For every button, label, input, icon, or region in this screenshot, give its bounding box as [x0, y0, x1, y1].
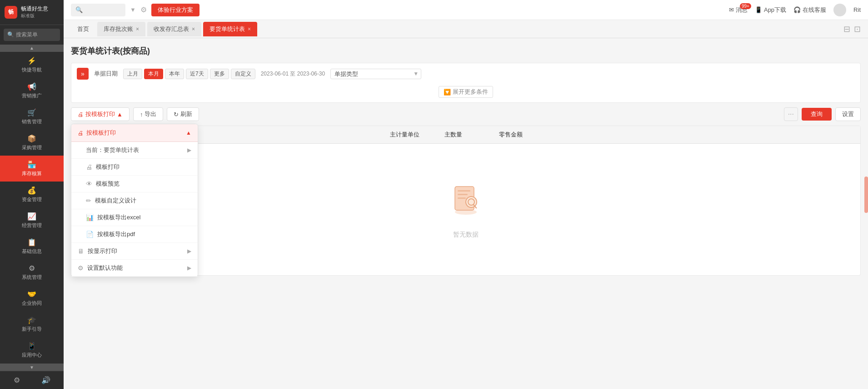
online-service-button[interactable]: 🎧 在线客服 — [793, 6, 826, 14]
settings-button[interactable]: 设置 — [835, 107, 861, 121]
tabbar: 首页 库存批次账 × 收发存汇总表 × 要货单统计表 × ⊟ ⊡ — [64, 20, 868, 38]
tab-order-stats[interactable]: 要货单统计表 × — [203, 22, 257, 36]
table-col-retail-amount: 零售金额 — [495, 126, 564, 143]
sub-label: 按显示打印 — [88, 247, 117, 255]
tab-inventory-batch[interactable]: 库存批次账 × — [97, 22, 145, 36]
dropdown-item-export-excel[interactable]: 📊 按模板导出excel — [71, 209, 198, 226]
dropdown-item-export-pdf[interactable]: 📄 按模板导出pdf — [71, 226, 198, 243]
item-label: 模板预览 — [96, 180, 120, 188]
topbar-search-icon: 🔍 — [75, 6, 83, 13]
query-button[interactable]: 查询 — [802, 108, 832, 121]
sidebar-scroll-down[interactable]: ▼ — [0, 364, 64, 371]
search-menu[interactable]: 🔍 搜索菜单 — [4, 29, 60, 41]
tab-home-label: 首页 — [77, 25, 89, 33]
dropdown-current-template[interactable]: 当前：要货单统计表 ▶ — [71, 142, 198, 159]
date-this-month[interactable]: 本月 — [144, 69, 163, 79]
dropdown-item-default-settings[interactable]: ⚙ 设置默认功能 ▶ — [71, 260, 198, 277]
expand-more-button[interactable]: 🔽 展开更多条件 — [439, 86, 493, 98]
sidebar-item-marketing[interactable]: 📢 营销推广 — [0, 78, 64, 104]
topbar-right: ✉ 消息 99+ 📱 App下载 🎧 在线客服 Rit — [729, 4, 861, 16]
topbar-dropdown-arrow[interactable]: ▼ — [130, 6, 136, 13]
date-this-year[interactable]: 本年 — [165, 69, 184, 79]
nav-label: 采购管理 — [22, 144, 42, 151]
date-buttons: 上月 本月 本年 近7天 更多 自定义 — [123, 69, 255, 79]
sidebar-item-finance[interactable]: 💰 资金管理 — [0, 182, 64, 207]
gear-small-icon: ⚙ — [78, 264, 84, 272]
sidebar-item-operations[interactable]: 📈 经营管理 — [0, 207, 64, 233]
tab-label: 库存批次账 — [104, 25, 133, 33]
date-more[interactable]: 更多 — [210, 69, 229, 79]
sidebar-item-system[interactable]: ⚙ 系统管理 — [0, 259, 64, 285]
dropdown-collapse-icon[interactable]: ▲ — [186, 130, 191, 136]
print-icon: 🖨 — [78, 111, 84, 118]
tab-close-icon[interactable]: × — [192, 26, 195, 32]
dropdown-item-custom-design[interactable]: ✏ 模板自定义设计 — [71, 192, 198, 209]
dropdown-item-display-print[interactable]: 🖥 按显示打印 ▶ — [71, 243, 198, 260]
experience-button[interactable]: 体验行业方案 — [151, 4, 200, 16]
sidebar-item-cooperation[interactable]: 🤝 企业协同 — [0, 285, 64, 311]
filter-expand-button[interactable]: » — [77, 68, 89, 80]
settings-icon[interactable]: ⚙ — [14, 376, 20, 384]
sidebar-item-shortcuts[interactable]: ⚡ 快捷导航 — [0, 52, 64, 78]
date-last-month[interactable]: 上月 — [123, 69, 142, 79]
svg-rect-3 — [458, 194, 468, 195]
speaker-icon[interactable]: 🔊 — [41, 376, 50, 384]
message-button[interactable]: ✉ 消息 99+ — [729, 6, 748, 14]
tab-receipt-summary[interactable]: 收发存汇总表 × — [147, 22, 201, 36]
dropdown-item-template-preview[interactable]: 👁 模板预览 — [71, 176, 198, 192]
nav-icon: 📦 — [27, 134, 36, 143]
sidebar-item-sales[interactable]: 🛒 销售管理 — [0, 104, 64, 130]
nav-icon: 📢 — [27, 82, 36, 91]
refresh-label: 刷新 — [180, 110, 192, 118]
tabbar-controls: ⊟ ⊡ — [843, 24, 861, 34]
nav-icon: 💰 — [27, 186, 36, 195]
date-7days[interactable]: 近7天 — [186, 69, 208, 79]
user-avatar[interactable] — [833, 4, 846, 16]
sidebar-item-basic-info[interactable]: 📋 基础信息 — [0, 233, 64, 259]
tab-maximize-button[interactable]: ⊡ — [854, 24, 861, 34]
current-template-arrow: ▶ — [187, 147, 191, 153]
app-icon: 📱 — [755, 6, 762, 13]
export-button[interactable]: ↑ 导出 — [133, 107, 164, 121]
sidebar-item-purchase[interactable]: 📦 采购管理 — [0, 130, 64, 156]
nav-label: 经营管理 — [22, 222, 42, 229]
app-label: App下载 — [764, 6, 786, 14]
nav-icon: ⚡ — [27, 56, 36, 65]
app-logo: 畅 畅通好生意 标准版 — [0, 0, 64, 25]
sidebar-item-app-center[interactable]: 📱 应用中心 — [0, 337, 64, 363]
refresh-button[interactable]: ↻ 刷新 — [167, 107, 199, 121]
nav-icon: 🏪 — [27, 160, 36, 169]
sidebar-item-newbie[interactable]: 🎓 新手引导 — [0, 311, 64, 337]
table-col-unit: 主计量单位 — [386, 126, 441, 143]
tab-minimize-button[interactable]: ⊟ — [843, 24, 850, 34]
page-title: 要货单统计表(按商品) — [71, 45, 861, 56]
date-custom[interactable]: 自定义 — [231, 69, 255, 79]
topbar-search[interactable]: 🔍 — [71, 4, 125, 16]
sidebar-scroll-up[interactable]: ▲ — [0, 45, 64, 52]
topbar-gear-icon[interactable]: ⚙ — [140, 5, 147, 14]
sidebar-item-inventory[interactable]: 🏪 库存核算 — [0, 156, 64, 182]
table-col-quantity: 主数量 — [441, 126, 495, 143]
action-bar: 🖨 按模板打印 ▲ 🖨 按模板打印 ▲ 当前：要货单统计表 — [71, 107, 861, 121]
filter-bar: » 单据日期 上月 本月 本年 近7天 更多 自定义 2023-06-01 至 … — [71, 63, 861, 103]
empty-text: 暂无数据 — [453, 231, 479, 239]
more-options-button[interactable]: ··· — [784, 107, 798, 121]
bill-type-select[interactable]: 单据类型 — [330, 69, 421, 79]
tab-home[interactable]: 首页 — [71, 22, 95, 36]
date-label: 单据日期 — [94, 70, 118, 78]
dropdown-item-template-print[interactable]: 🖨 模板打印 — [71, 159, 198, 176]
print-label: 按模板打印 — [85, 110, 115, 118]
nav-label: 营销推广 — [22, 92, 42, 99]
tab-close-icon[interactable]: × — [136, 26, 139, 32]
preview-icon: 👁 — [86, 180, 92, 187]
nav-label: 企业协同 — [22, 300, 42, 307]
right-scrollbar[interactable] — [864, 177, 868, 213]
app-download-button[interactable]: 📱 App下载 — [755, 6, 786, 14]
nav-icon: 📱 — [27, 342, 36, 350]
tab-close-icon[interactable]: × — [248, 26, 251, 32]
print-button[interactable]: 🖨 按模板打印 ▲ — [71, 107, 130, 121]
export-icon: ↑ — [140, 111, 143, 118]
sidebar-bottom: ⚙ 🔊 — [0, 371, 64, 389]
display-icon: 🖥 — [78, 248, 84, 255]
nav-label: 资金管理 — [22, 196, 42, 203]
